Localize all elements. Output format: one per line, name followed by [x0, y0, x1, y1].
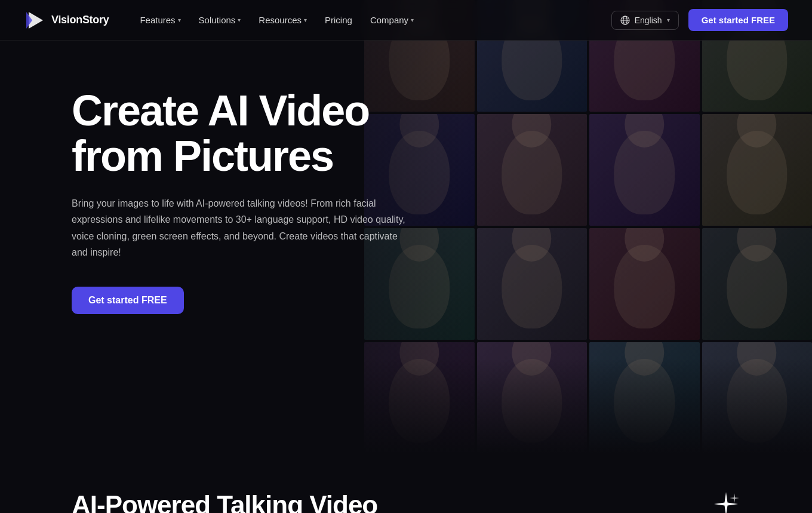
hero-description: Bring your images to life with AI-powere…	[72, 195, 406, 260]
chevron-down-icon: ▾	[238, 17, 241, 23]
ai-talking-video-section: AI-Powered Talking Video	[0, 454, 812, 513]
nav-item-resources[interactable]: Resources ▾	[251, 10, 314, 30]
nav-links: Features ▾ Solutions ▾ Resources ▾ Prici…	[133, 10, 421, 30]
nav-right: English ▾ Get started FREE	[611, 9, 788, 31]
hero-section: Create AI Video from Pictures Bring your…	[0, 0, 812, 454]
photo-cell	[702, 228, 813, 340]
hero-content: Create AI Video from Pictures Bring your…	[0, 41, 430, 350]
nav-item-pricing[interactable]: Pricing	[318, 10, 359, 30]
photo-cell	[589, 114, 700, 226]
chevron-down-icon: ▾	[178, 17, 181, 23]
chevron-down-icon: ▾	[411, 17, 414, 23]
nav-item-solutions[interactable]: Solutions ▾	[192, 10, 248, 30]
logo[interactable]: VisionStory	[24, 10, 109, 31]
photo-cell	[589, 228, 700, 340]
hero-bottom-gradient	[0, 358, 812, 454]
nav-item-features[interactable]: Features ▾	[133, 10, 187, 30]
hero-cta-button[interactable]: Get started FREE	[72, 287, 184, 314]
chevron-down-icon: ▾	[304, 17, 307, 23]
language-label: English	[635, 16, 662, 25]
language-selector[interactable]: English ▾	[611, 11, 679, 30]
photo-cell	[702, 114, 813, 226]
section-title-wrapper: AI-Powered Talking Video	[72, 490, 377, 513]
nav-left: VisionStory Features ▾ Solutions ▾ Resou…	[24, 10, 421, 31]
sparkle-decoration	[712, 490, 740, 513]
sparkle-icon	[712, 490, 740, 513]
nav-item-company[interactable]: Company ▾	[363, 10, 421, 30]
logo-icon	[24, 10, 45, 31]
get-started-button[interactable]: Get started FREE	[688, 9, 788, 31]
logo-text: VisionStory	[51, 14, 109, 26]
photo-cell	[477, 114, 588, 226]
photo-cell	[477, 228, 588, 340]
chevron-down-icon: ▾	[667, 17, 670, 23]
navbar: VisionStory Features ▾ Solutions ▾ Resou…	[0, 0, 812, 41]
hero-title: Create AI Video from Pictures	[72, 88, 430, 179]
globe-icon	[620, 16, 630, 25]
section-title: AI-Powered Talking Video	[72, 490, 377, 513]
